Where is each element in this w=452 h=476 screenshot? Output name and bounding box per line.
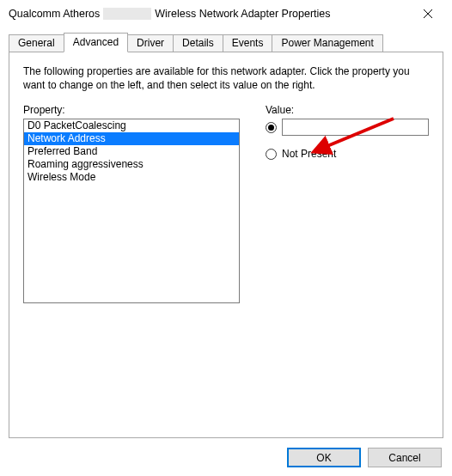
property-listbox[interactable]: D0 PacketCoalescing Network Address Pref…	[23, 119, 240, 303]
title-suffix: Wireless Network Adapter Properties	[155, 8, 330, 20]
tab-driver[interactable]: Driver	[127, 34, 174, 52]
titlebar: Qualcomm Atheros Wireless Network Adapte…	[0, 0, 452, 27]
close-icon	[424, 9, 432, 18]
value-label: Value:	[266, 104, 429, 116]
not-present-radio[interactable]	[266, 149, 277, 160]
list-item[interactable]: Network Address	[24, 132, 239, 145]
window-title: Qualcomm Atheros Wireless Network Adapte…	[9, 8, 411, 20]
title-redacted	[103, 8, 151, 20]
dialog-buttons: OK Cancel	[287, 448, 442, 467]
cancel-button[interactable]: Cancel	[368, 448, 442, 467]
tab-advanced[interactable]: Advanced	[64, 33, 128, 52]
tab-events[interactable]: Events	[223, 34, 273, 52]
list-item[interactable]: Wireless Mode	[24, 171, 239, 184]
list-item[interactable]: Roaming aggressiveness	[24, 158, 239, 171]
value-input[interactable]	[282, 119, 429, 136]
tab-power-management[interactable]: Power Management	[272, 34, 382, 52]
ok-button[interactable]: OK	[287, 448, 361, 467]
not-present-label: Not Present	[282, 148, 336, 160]
list-item[interactable]: D0 PacketCoalescing	[24, 119, 239, 132]
title-prefix: Qualcomm Atheros	[9, 8, 100, 20]
tab-details[interactable]: Details	[173, 34, 223, 52]
property-label: Property:	[23, 104, 240, 116]
list-item[interactable]: Preferred Band	[24, 145, 239, 158]
tabstrip: General Advanced Driver Details Events P…	[9, 33, 443, 52]
description-text: The following properties are available f…	[23, 64, 429, 92]
close-button[interactable]	[411, 2, 445, 26]
tab-panel-advanced: The following properties are available f…	[9, 52, 443, 438]
value-radio[interactable]	[266, 122, 277, 133]
tab-general[interactable]: General	[9, 34, 64, 52]
